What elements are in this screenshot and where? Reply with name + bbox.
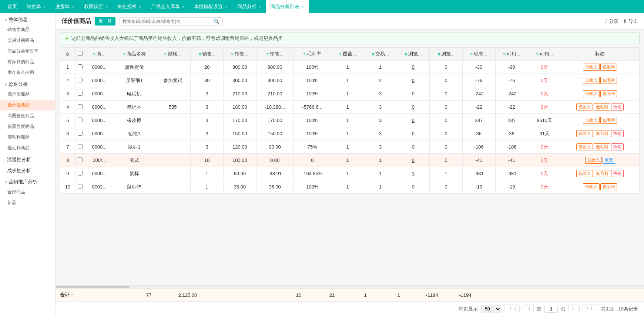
sidebar-group-growth[interactable]: › 成长性分析 <box>0 164 55 176</box>
view-count1[interactable]: 0 <box>397 101 430 114</box>
product-name[interactable]: 笔记本 <box>114 101 155 114</box>
col-spec[interactable]: ⇅规格... <box>155 48 191 61</box>
sidebar-group-liquidity[interactable]: › 流通性分析 <box>0 153 55 164</box>
gear-icon[interactable]: ⚙ <box>66 51 70 57</box>
col-coverage[interactable]: ⇅覆盖... <box>331 48 364 61</box>
per-page-select[interactable]: 50 100 <box>481 305 501 313</box>
product-name[interactable]: 测试 <box>114 154 155 167</box>
close-icon[interactable]: × <box>105 4 108 9</box>
col-sales-amount2[interactable]: ⇅销售... <box>256 48 294 61</box>
close-icon[interactable]: × <box>259 4 261 9</box>
row-checkbox[interactable] <box>78 184 83 189</box>
close-icon[interactable]: × <box>225 4 227 9</box>
nav-permission-setting[interactable]: 权限设置 × <box>80 0 112 13</box>
sidebar-item-inventory-fund[interactable]: 库存资金占用 <box>0 67 55 78</box>
share-button[interactable]: ⤴ 分享 <box>605 18 618 25</box>
product-name[interactable]: 电话机 <box>114 87 155 101</box>
close-icon[interactable]: × <box>72 4 74 9</box>
col-sales-qty[interactable]: ⇅销售... <box>191 48 224 61</box>
col-name[interactable]: ⇅商品名称 <box>114 48 155 61</box>
col-view1[interactable]: ⇅浏览... <box>397 48 430 61</box>
nav-purchase-order[interactable]: 进货单 × <box>51 0 78 13</box>
product-name[interactable]: 铅笔1 <box>114 127 155 140</box>
col-code[interactable]: ⇅商... <box>85 48 114 61</box>
nav-product-analysis[interactable]: 商品分析 × <box>233 0 265 13</box>
view-count1[interactable]: 0 <box>397 61 430 74</box>
view-count1[interactable]: 0 <box>397 127 430 140</box>
search-input[interactable] <box>123 19 212 24</box>
sidebar-item-all-products[interactable]: 全部商品 <box>0 187 55 197</box>
col-trade[interactable]: ⇅交易... <box>364 48 397 61</box>
page-number-input[interactable] <box>544 305 558 313</box>
row-checkbox[interactable] <box>78 104 83 109</box>
nav-production-inbound[interactable]: 产成品入库单 × <box>147 0 189 13</box>
nav-role-auth[interactable]: 角色授权 × <box>113 0 145 13</box>
nav-sales-order[interactable]: 销货单 × <box>22 0 50 13</box>
last-page-button[interactable]: 〉〉 <box>583 305 598 313</box>
sidebar-item-low-gross[interactable]: 低毛利商品 <box>0 143 55 153</box>
product-name[interactable]: 鼠标 <box>114 167 155 180</box>
product-name[interactable]: 橡皮擦 <box>114 114 155 127</box>
prev-page-button[interactable]: 〈 <box>523 305 534 313</box>
export-button[interactable]: ⬇ 导出 <box>623 18 638 25</box>
product-name[interactable]: 吴细细1 <box>114 74 155 87</box>
sidebar-item-high-coverage[interactable]: 高覆盖度商品 <box>0 111 55 121</box>
nav-template-setting[interactable]: 单据模板设置 × <box>189 0 232 13</box>
sidebar-item-low-value[interactable]: 低价值商品 <box>0 100 55 111</box>
col-sales-amount1[interactable]: ⇅销售... <box>224 48 256 61</box>
col-current-stock[interactable]: ⇅现有... <box>462 48 495 61</box>
sidebar-item-low-coverage[interactable]: 低覆盖度商品 <box>0 121 55 132</box>
sidebar-group-profit-analysis[interactable]: ∨ 盈财分析 <box>0 78 55 89</box>
sidebar-group-marketing[interactable]: ∨ 营销推广分析 <box>0 176 55 187</box>
view-count-link[interactable]: 0 <box>412 118 415 123</box>
row-checkbox[interactable] <box>78 118 83 122</box>
row-checkbox[interactable] <box>78 157 83 162</box>
sidebar-item-new-products[interactable]: 新品 <box>0 197 55 208</box>
product-name[interactable]: 鼠标垫 <box>114 180 155 194</box>
close-icon[interactable]: × <box>302 4 304 9</box>
view-count1[interactable]: 0 <box>397 140 430 154</box>
row-checkbox[interactable] <box>78 64 83 69</box>
sidebar-item-high-gross[interactable]: 高毛利商品 <box>0 132 55 143</box>
view-count-link[interactable]: 1 <box>412 171 415 176</box>
first-page-button[interactable]: 〈〈 <box>504 305 520 313</box>
sidebar-item-category-sales-rate[interactable]: 商品分类销售率 <box>0 46 55 57</box>
view-count1[interactable]: 1 <box>397 167 430 180</box>
col-view2[interactable]: ⇅浏览... <box>430 48 463 61</box>
horizontal-scrollbar[interactable] <box>56 285 644 288</box>
view-count1[interactable]: 0 <box>397 74 430 87</box>
close-icon[interactable]: × <box>43 4 46 9</box>
product-name[interactable]: 属性定价 <box>114 61 155 74</box>
view-count1[interactable]: 0 <box>397 180 430 194</box>
view-count1[interactable]: 0 <box>397 154 430 167</box>
view-count-link[interactable]: 0 <box>412 78 415 83</box>
product-name[interactable]: 鼠标1 <box>114 140 155 154</box>
col-gross-margin[interactable]: ⇅毛利率 <box>294 48 331 61</box>
col-available-stock[interactable]: ⇅可用... <box>495 48 528 61</box>
nav-product-analysis-list[interactable]: 商品分析列表 × <box>266 0 308 13</box>
filter-period-button[interactable]: 近一月 <box>95 17 115 26</box>
row-checkbox[interactable] <box>78 131 83 136</box>
sidebar-group-overall[interactable]: ∨ 整体信息 <box>0 13 55 24</box>
next-page-button[interactable]: 〉 <box>568 305 580 313</box>
view-count-link[interactable]: 0 <box>412 144 415 150</box>
sidebar-item-traded-products[interactable]: 交易过的商品 <box>0 35 55 46</box>
row-checkbox[interactable] <box>78 144 83 149</box>
view-count-link[interactable]: 0 <box>412 131 415 136</box>
view-count-link[interactable]: 0 <box>412 104 415 110</box>
row-checkbox[interactable] <box>78 171 83 176</box>
nav-home[interactable]: 首页 <box>3 0 21 13</box>
search-icon[interactable]: 🔍 <box>213 18 219 24</box>
view-count-link[interactable]: 0 <box>412 91 415 96</box>
col-sellable-stock[interactable]: ⇅可销... <box>528 48 561 61</box>
view-count-link[interactable]: 0 <box>412 64 415 70</box>
view-count1[interactable]: 0 <box>397 87 430 101</box>
close-icon[interactable]: × <box>139 4 141 9</box>
row-checkbox[interactable] <box>78 78 83 82</box>
row-checkbox[interactable] <box>78 91 83 96</box>
view-count-link[interactable]: 0 <box>412 157 415 163</box>
sidebar-item-sales-products[interactable]: 销售类商品 <box>0 24 55 35</box>
sidebar-item-high-value[interactable]: 高价值商品 <box>0 89 55 100</box>
view-count-link[interactable]: 0 <box>412 184 415 190</box>
close-icon[interactable]: × <box>182 4 184 9</box>
